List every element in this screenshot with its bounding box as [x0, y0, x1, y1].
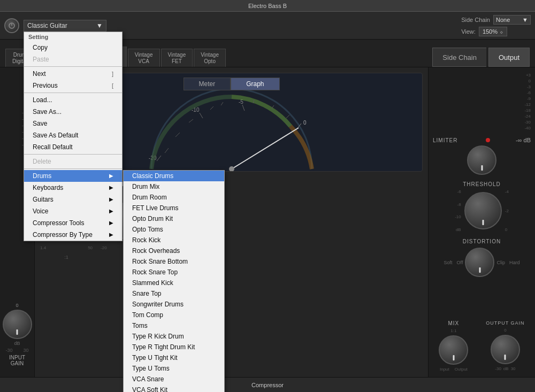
ratio-bottom-label: :1 — [64, 255, 68, 260]
threshold-row: -6 -8 -10 dB -4 -2 0 — [455, 189, 509, 232]
tab-vintage-vca[interactable]: VintageVCA — [128, 49, 160, 67]
submenu-drum-room[interactable]: Drum Room — [124, 192, 224, 203]
menu-copy-item[interactable]: Copy — [24, 42, 122, 53]
submenu-snare-top[interactable]: Snare Top — [124, 288, 224, 299]
output-button[interactable]: Output — [488, 48, 530, 67]
output-gain-value: 0 — [504, 328, 506, 333]
submenu-vca-soft-kit[interactable]: VCA Soft Kit — [124, 385, 224, 393]
menu-delete-item[interactable]: Delete — [24, 156, 122, 167]
submenu-tom-comp[interactable]: Tom Comp — [124, 310, 224, 320]
submenu-toms[interactable]: Toms — [124, 320, 224, 331]
voice-arrow: ▶ — [109, 208, 113, 214]
distortion-knob[interactable] — [465, 248, 494, 277]
input-gain-db-unit: dB — [14, 341, 20, 346]
svg-line-13 — [175, 133, 180, 137]
menu-compressor-by-type-item[interactable]: Compressor By Type ▶ — [24, 229, 122, 241]
mix-label: MIX — [448, 320, 460, 326]
input-gain-db: 0 — [16, 303, 18, 308]
limiter-header: LIMITER -∞ dB — [433, 137, 531, 143]
menu-drums-item[interactable]: Drums ▶ Classic Drums Drum Mix Drum Room… — [24, 170, 122, 182]
drums-label: Drums — [33, 172, 51, 180]
menu-previous-item[interactable]: Previous [ — [24, 80, 122, 91]
voice-label: Voice — [33, 207, 48, 215]
input-gain-section: 0 dB -30 30 INPUT GAIN — [2, 303, 32, 366]
submenu-opto-drum-kit[interactable]: Opto Drum Kit — [124, 213, 224, 224]
input-gain-scale: -30 30 — [5, 348, 28, 353]
submenu-fet-live-drums[interactable]: FET Live Drums — [124, 203, 224, 213]
sidechain-row: Side Chain None ▼ — [461, 15, 531, 25]
submenu-type-r-tight-drum-kit[interactable]: Type R Tight Drum Kit — [124, 342, 224, 352]
output-gain-label: OUTPUT GAIN — [486, 320, 524, 326]
recalldefault-label: Recall Default — [33, 143, 73, 151]
menu-load-item[interactable]: Load... — [24, 94, 122, 106]
meter-tabs: Meter Graph — [183, 73, 279, 90]
preset-selector[interactable]: Classic Guitar ▼ — [24, 20, 106, 32]
meter-tab-meter[interactable]: Meter — [183, 78, 231, 90]
compressor-tools-arrow: ▶ — [109, 220, 113, 226]
menu-saveas-item[interactable]: Save As... — [24, 106, 122, 118]
meter-tab-graph[interactable]: Graph — [231, 78, 279, 90]
chevron-down-icon: ▼ — [96, 22, 103, 29]
submenu-rock-snare-bottom[interactable]: Rock Snare Bottom — [124, 256, 224, 267]
submenu-type-r-kick-drum[interactable]: Type R Kick Drum — [124, 331, 224, 342]
tab-vintage-fet[interactable]: VintageFET — [161, 49, 193, 67]
top-bar: Electro Bass B — [0, 0, 535, 12]
threshold-knob[interactable] — [464, 192, 502, 229]
compressor-by-type-arrow: ▶ — [109, 232, 113, 237]
menu-paste-item[interactable]: Paste — [24, 53, 122, 65]
menu-separator-1 — [24, 66, 122, 67]
copy-label: Copy — [33, 44, 48, 51]
submenu-rock-snare-top[interactable]: Rock Snare Top — [124, 267, 224, 278]
distortion-soft-label: Soft — [444, 260, 453, 265]
view-label: View: — [461, 28, 476, 35]
preset-name: Classic Guitar — [27, 22, 67, 29]
submenu-opto-toms[interactable]: Opto Toms — [124, 224, 224, 235]
distortion-hard-label: Hard — [509, 260, 520, 265]
svg-line-15 — [210, 106, 213, 110]
menu-separator-2 — [24, 93, 122, 93]
threshold-section: THRESHOLD -6 -8 -10 dB -4 -2 0 — [433, 181, 531, 232]
input-gain-knob[interactable] — [3, 310, 32, 339]
keyboards-label: Keyboards — [33, 184, 63, 191]
saveasdefault-label: Save As Default — [33, 132, 78, 139]
footer: Compressor — [0, 377, 535, 392]
menu-recalldefault-item[interactable]: Recall Default — [24, 141, 122, 153]
submenu-slammed-kick[interactable]: Slammed Kick — [124, 278, 224, 288]
tab-vintage-opto[interactable]: VintageOpto — [194, 49, 226, 67]
menu-save-item[interactable]: Save — [24, 118, 122, 129]
mix-ratio-label: 1:1 — [450, 328, 456, 333]
submenu-rock-overheads[interactable]: Rock Overheads — [124, 245, 224, 256]
save-label: Save — [33, 120, 47, 127]
power-button[interactable] — [4, 18, 19, 33]
output-gain-knob[interactable] — [491, 335, 520, 364]
menu-voice-item[interactable]: Voice ▶ — [24, 205, 122, 217]
view-control[interactable]: 150% ⬦ — [479, 27, 507, 36]
submenu-type-u-toms[interactable]: Type U Toms — [124, 363, 224, 374]
next-label: Next — [33, 70, 46, 78]
previous-shortcut: [ — [112, 82, 113, 89]
sidechain-dropdown[interactable]: None ▼ — [493, 15, 531, 25]
distortion-clip-label: Clip — [496, 260, 505, 265]
keyboards-arrow: ▶ — [109, 185, 113, 190]
menu-separator-3 — [24, 154, 122, 155]
limiter-knob[interactable] — [467, 145, 496, 175]
submenu-rock-kick[interactable]: Rock Kick — [124, 235, 224, 245]
menu-next-item[interactable]: Next ] — [24, 68, 122, 80]
saveas-label: Save As... — [33, 108, 62, 116]
mix-knob[interactable] — [439, 335, 468, 365]
menu-keyboards-item[interactable]: Keyboards ▶ — [24, 182, 122, 194]
side-chain-button[interactable]: Side Chain — [432, 48, 486, 67]
right-panel: +3 0 -3 -6 -9 -12 -18 -24 -30 -40 LIMITE… — [428, 67, 535, 377]
submenu-drum-mix[interactable]: Drum Mix — [124, 181, 224, 192]
menu-saveasdefault-item[interactable]: Save As Default — [24, 129, 122, 141]
distortion-label: DISTORTION — [463, 239, 501, 244]
submenu-songwriter-drums[interactable]: Songwriter Drums — [124, 299, 224, 310]
compressor-by-type-label: Compressor By Type — [33, 231, 93, 239]
right-vu-scale: +3 0 -3 -6 -9 -12 -18 -24 -30 -40 — [433, 73, 531, 130]
submenu-vca-snare[interactable]: VCA Snare — [124, 374, 224, 385]
submenu-classic-drums[interactable]: Classic Drums — [124, 171, 224, 181]
menu-compressor-tools-item[interactable]: Compressor Tools ▶ — [24, 217, 122, 229]
previous-label: Previous — [33, 82, 58, 89]
submenu-type-u-tight-kit[interactable]: Type U Tight Kit — [124, 352, 224, 363]
menu-guitars-item[interactable]: Guitars ▶ — [24, 194, 122, 205]
